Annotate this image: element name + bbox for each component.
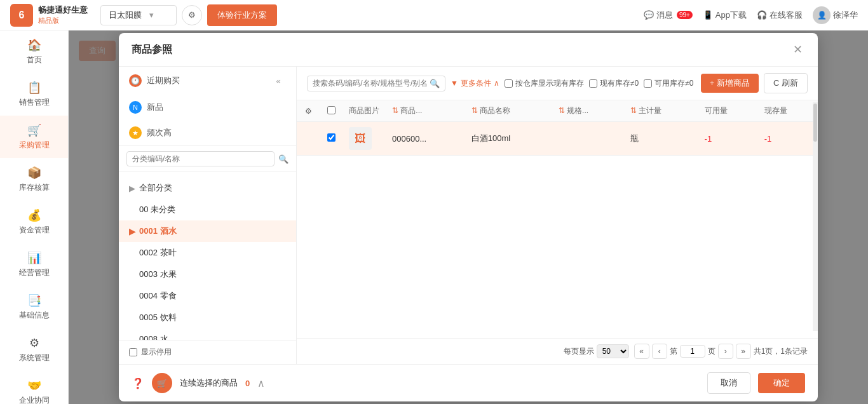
page-nav: « ‹ 第 页 › » 共1页，1条记录 bbox=[634, 344, 808, 359]
product-panel: 🔍 ▼ 更多条件 ∧ 按仓库显示现有库存 bbox=[297, 67, 818, 364]
cart-button[interactable]: 🛒 bbox=[152, 373, 172, 393]
page-first-button[interactable]: « bbox=[634, 344, 649, 359]
star-icon: ★ bbox=[129, 126, 142, 139]
cat-0002[interactable]: 0002 茶叶 bbox=[119, 242, 296, 264]
shortcut-frequent[interactable]: ★ 频次高 bbox=[119, 120, 296, 145]
product-search-icon[interactable]: 🔍 bbox=[430, 79, 440, 88]
warehouse-filter-checkbox[interactable]: 按仓库显示现有库存 bbox=[505, 78, 584, 89]
col-unit[interactable]: ⇅ 主计量 bbox=[624, 100, 698, 122]
cat-0003[interactable]: 0003 水果 bbox=[119, 264, 296, 285]
arrow-icon: ▶ bbox=[129, 184, 135, 193]
product-table: ⚙ 商品图片 ⇅ bbox=[297, 100, 818, 338]
product-search-input[interactable] bbox=[313, 79, 427, 88]
headset-icon: 🎧 bbox=[757, 10, 767, 20]
scroll-thumb bbox=[813, 104, 817, 142]
page-prev-button[interactable]: ‹ bbox=[652, 344, 667, 359]
scroll-bar[interactable] bbox=[813, 102, 818, 331]
shortcut-recent[interactable]: 🕐 近期购买 « bbox=[119, 67, 296, 95]
confirm-button[interactable]: 确定 bbox=[758, 373, 805, 393]
cat-0005[interactable]: 0005 饮料 bbox=[119, 307, 296, 328]
shortcut-new[interactable]: N 新品 bbox=[119, 95, 296, 120]
row-name: 白酒100ml bbox=[465, 122, 552, 156]
messages-button[interactable]: 💬 消息 99+ bbox=[644, 10, 693, 21]
sidebar-item-basic-info[interactable]: 📑 基础信息 bbox=[0, 286, 68, 328]
inventory-icon: 📦 bbox=[27, 166, 41, 180]
sidebar-item-system[interactable]: ⚙ 系统管理 bbox=[0, 328, 68, 371]
nav-right: 💬 消息 99+ 📱 App下载 🎧 在线客服 👤 徐泽华 bbox=[644, 6, 858, 24]
show-disabled-toggle[interactable]: 显示停用 bbox=[119, 340, 296, 364]
avatar-img: 👤 bbox=[813, 6, 831, 24]
select-all-checkbox[interactable] bbox=[327, 106, 336, 114]
category-search: 🔍 bbox=[119, 146, 296, 172]
col-available[interactable]: 可用量 bbox=[698, 100, 758, 122]
cart-icon: 🛒 bbox=[157, 379, 167, 388]
col-name[interactable]: ⇅ 商品名称 bbox=[465, 100, 552, 122]
page-last-button[interactable]: » bbox=[736, 344, 751, 359]
home-icon: 🏠 bbox=[27, 38, 41, 52]
sidebar-item-inventory[interactable]: 📦 库存核算 bbox=[0, 158, 68, 201]
product-reference-modal: 商品参照 ✕ 🕐 近期购买 « N 新品 bbox=[119, 33, 818, 401]
basic-info-icon: 📑 bbox=[27, 293, 41, 307]
col-checkbox bbox=[320, 100, 342, 122]
category-list: ▶ 全部分类 00 未分类 ▶ 0001 酒水 0002 茶叶 bbox=[119, 172, 296, 340]
finance-icon: 💰 bbox=[27, 208, 41, 222]
cat-all[interactable]: ▶ 全部分类 bbox=[119, 177, 296, 199]
chevron-down-icon: ▾ bbox=[149, 10, 154, 20]
sort-icon3: ⇅ bbox=[559, 106, 565, 115]
collapse-button[interactable]: « bbox=[271, 73, 286, 88]
app-download-button[interactable]: 📱 App下载 bbox=[703, 10, 747, 21]
page-size-dropdown[interactable]: 50 10 20 100 bbox=[597, 344, 629, 358]
logo-text: 畅捷通好生意 精品版 bbox=[38, 4, 88, 25]
gear-icon: ⚙ bbox=[188, 10, 196, 20]
more-filter-button[interactable]: ▼ 更多条件 ∧ bbox=[451, 78, 499, 89]
page-next-button[interactable]: › bbox=[718, 344, 733, 359]
footer-collapse-icon[interactable]: ∧ bbox=[257, 377, 265, 389]
cat-00[interactable]: 00 未分类 bbox=[119, 199, 296, 220]
recent-icon: 🕐 bbox=[129, 74, 142, 87]
continuous-select-label: 连续选择的商品 bbox=[180, 377, 238, 389]
refresh-product-button[interactable]: C 刷新 bbox=[764, 73, 808, 93]
sidebar: 🏠 首页 📋 销售管理 🛒 采购管理 📦 库存核算 💰 资金管理 📊 经营管理 … bbox=[0, 30, 69, 404]
row-settings bbox=[297, 122, 320, 156]
product-search-box: 🔍 bbox=[307, 76, 445, 91]
search-icon[interactable]: 🔍 bbox=[278, 154, 288, 164]
top-nav: 6 畅捷通好生意 精品版 日太阳膜 ▾ ⚙ 体验行业方案 💬 消息 99+ 📱 … bbox=[0, 0, 868, 30]
help-icon[interactable]: ❓ bbox=[132, 377, 144, 389]
cat-0008[interactable]: 0008 水 bbox=[119, 328, 296, 340]
cancel-button[interactable]: 取消 bbox=[707, 372, 750, 394]
add-product-button[interactable]: + 新增商品 bbox=[701, 74, 759, 93]
col-spec[interactable]: ⇅ 规格... bbox=[552, 100, 624, 122]
cat-0001[interactable]: ▶ 0001 酒水 bbox=[119, 220, 296, 242]
page-number-input[interactable] bbox=[680, 345, 705, 358]
settings-col-icon[interactable]: ⚙ bbox=[305, 107, 312, 116]
sidebar-item-enterprise[interactable]: 🤝 企业协同 bbox=[0, 371, 68, 404]
online-service-button[interactable]: 🎧 在线客服 bbox=[757, 10, 803, 21]
sidebar-item-operations[interactable]: 📊 经营管理 bbox=[0, 243, 68, 286]
col-code[interactable]: ⇅ 商品... bbox=[386, 100, 465, 122]
available-filter-checkbox[interactable]: 现有库存≠0 bbox=[589, 78, 639, 89]
row-spec bbox=[552, 122, 624, 156]
sidebar-item-purchase[interactable]: 🛒 采购管理 bbox=[0, 116, 68, 158]
category-panel: 🕐 近期购买 « N 新品 ★ 频次高 bbox=[119, 67, 297, 364]
category-search-input[interactable] bbox=[126, 151, 275, 166]
settings-button[interactable]: ⚙ bbox=[182, 5, 202, 25]
product-thumb: 🖼 bbox=[349, 127, 372, 150]
row-image: 🖼 bbox=[342, 122, 386, 156]
store-selector[interactable]: 日太阳膜 ▾ bbox=[100, 5, 177, 25]
usable-filter-checkbox[interactable]: 可用库存≠0 bbox=[644, 78, 693, 89]
table-row[interactable]: 🖼 000600... 白酒100ml 瓶 -1 -1 bbox=[297, 122, 818, 156]
row-stock: -1 bbox=[758, 122, 818, 156]
user-avatar[interactable]: 👤 徐泽华 bbox=[813, 6, 858, 24]
sidebar-item-sales[interactable]: 📋 销售管理 bbox=[0, 73, 68, 116]
modal-close-button[interactable]: ✕ bbox=[790, 42, 805, 57]
phone-icon: 📱 bbox=[703, 10, 713, 20]
modal-footer: ❓ 🛒 连续选择的商品 0 ∧ 取消 确定 bbox=[119, 364, 818, 401]
cat-0004[interactable]: 0004 零食 bbox=[119, 285, 296, 307]
operations-icon: 📊 bbox=[27, 251, 41, 265]
row-checkbox[interactable] bbox=[320, 122, 342, 156]
experience-button[interactable]: 体验行业方案 bbox=[207, 4, 277, 26]
sidebar-item-finance[interactable]: 💰 资金管理 bbox=[0, 201, 68, 243]
sidebar-item-home[interactable]: 🏠 首页 bbox=[0, 30, 68, 73]
row-available: -1 bbox=[698, 122, 758, 156]
show-disabled-checkbox[interactable] bbox=[129, 348, 137, 356]
